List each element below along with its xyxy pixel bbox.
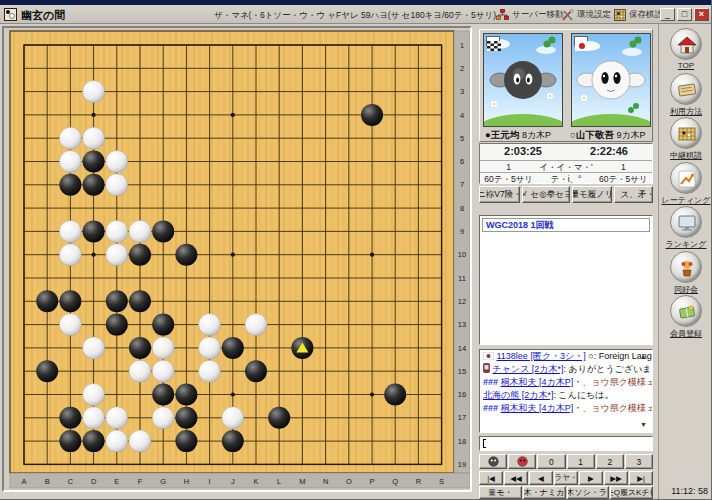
chat-user-link[interactable]: 1138lee [匿ク・3シ・] <box>497 351 586 361</box>
stone-E12 <box>106 290 128 312</box>
action-button-3[interactable]: 量モ履ノリ <box>572 186 612 203</box>
window-buttons: _ □ × <box>660 8 709 21</box>
bottom-button-3[interactable]: イ木ソシ・ラ ノ <box>567 486 610 499</box>
action-button-4[interactable]: 、ス、矛・ <box>614 186 653 203</box>
svg-text:12: 12 <box>458 297 466 306</box>
sidebar-item-ranking[interactable]: ランキング <box>659 206 712 250</box>
stone-C10 <box>59 244 81 266</box>
sidebar-item-rating[interactable]: レーティング <box>659 162 712 206</box>
kifu-board-icon <box>614 9 626 21</box>
stone-Q16 <box>384 384 406 406</box>
stone-D6 <box>83 151 105 173</box>
stamp-number-3[interactable]: 3 <box>625 454 653 469</box>
bottom-button-1[interactable]: 量モ・ <box>479 486 522 499</box>
chat-line: ### 桐木和夫 [4カ木P]・、ョウ県ク模様ェや0カ、! <box>480 376 652 389</box>
text-caret <box>483 439 484 448</box>
stone-C13 <box>59 314 81 336</box>
svg-text:18: 18 <box>458 437 466 446</box>
settings-label: 環境設定 <box>577 9 611 21</box>
app-title: 幽玄の間 <box>21 8 65 23</box>
sidebar-item-usage[interactable]: 利用方法 <box>659 73 712 117</box>
maximize-button[interactable]: □ <box>677 8 692 21</box>
minimize-button[interactable]: _ <box>660 8 675 21</box>
korea-flag-icon <box>483 352 494 360</box>
sidebar-item-relay-kifu[interactable]: 中継棋譜 <box>659 117 712 161</box>
svg-text:N: N <box>323 477 328 486</box>
black-clock: 2:03:25 <box>480 145 566 157</box>
stamp-number-1[interactable]: 1 <box>567 454 595 469</box>
bottom-button-2[interactable]: ヨ木・ナミカマ <box>523 486 566 499</box>
stamp-number-2[interactable]: 2 <box>596 454 624 469</box>
titlebar: 幽玄の間 ザ・マネ(・6トソー・ウ・ウ ャFヤレ 59ハヨ(サ セ180キヨ/6… <box>0 5 712 24</box>
stamp-face-dark[interactable] <box>479 454 507 469</box>
vcr-to-end[interactable]: ▶| <box>629 471 653 485</box>
home-icon <box>670 28 702 60</box>
svg-text:5: 5 <box>460 134 464 143</box>
stamp-number-0[interactable]: 0 <box>537 454 565 469</box>
club-icon <box>670 251 702 283</box>
stone-D5 <box>83 127 105 149</box>
stone-G16 <box>152 384 174 406</box>
chat-input[interactable] <box>479 436 653 451</box>
stone-C18 <box>59 430 81 452</box>
chat-scroll-down-icon[interactable]: ▼ <box>638 420 649 430</box>
action-button-1[interactable]: ニ祢V7険・ <box>479 186 520 203</box>
stone-D17 <box>83 407 105 429</box>
game-info-box: WGC2018 1回戦 <box>479 215 653 345</box>
svg-text:H: H <box>184 477 189 486</box>
vcr-back[interactable]: ◀ <box>529 471 553 485</box>
vcr-forward[interactable]: ▶ <box>579 471 603 485</box>
vcr-live[interactable]: ラヤ・ <box>554 471 578 485</box>
chat-user-link[interactable]: チャンス [2カ木*] <box>493 364 564 374</box>
white-player-name: ○山下敬吾 9カ木P <box>570 129 646 142</box>
stone-G14 <box>152 337 174 359</box>
sidebar-item-register[interactable]: 会員登録 <box>659 295 712 339</box>
settings-button[interactable]: 環境設定 <box>562 7 611 22</box>
app-window: 幽玄の間 ザ・マネ(・6トソー・ウ・ウ ャFヤレ 59ハヨ(サ セ180キヨ/6… <box>0 0 712 500</box>
vcr-fast-back[interactable]: ◀◀ <box>504 471 528 485</box>
action-button-2[interactable]: メ セ◎拳セヨ <box>522 186 570 203</box>
sidebar-item-club[interactable]: 同好会 <box>659 251 712 295</box>
server-move-label: サーバー移動 <box>512 9 563 21</box>
chat-message: 、ョウ県ク模様ェや0カ、! <box>582 403 653 413</box>
chat-user-link[interactable]: 北海の熊 [2カ木*] <box>483 390 553 400</box>
svg-text:K: K <box>253 477 258 486</box>
stone-F12 <box>129 290 151 312</box>
svg-text:9: 9 <box>460 227 464 236</box>
playback-controls: |◀◀◀◀ラヤ・▶▶▶▶| <box>479 471 653 485</box>
server-move-button[interactable]: サーバー移動 <box>496 7 563 22</box>
game-info-title: WGC2018 1回戦 <box>482 218 650 232</box>
svg-text:P: P <box>369 477 374 486</box>
register-icon <box>670 295 702 327</box>
stone-L17 <box>268 407 290 429</box>
chat-line: ### 桐木和夫 [4カ木P]・、ョウ県ク模様ェや0カ、! <box>480 402 652 415</box>
sidebar-item-label: ランキング <box>659 239 712 250</box>
chat-scroll-up-icon[interactable]: ▲ <box>638 352 649 362</box>
go-board: ABCDEFGHIJKLMNOPQRS123456789101112131415… <box>4 28 470 490</box>
chat-user-link[interactable]: 桐木和夫 [4カ木P] <box>501 403 574 413</box>
save-kifu-button[interactable]: 保存棋譜 <box>614 7 663 22</box>
stamp-face-red[interactable] <box>508 454 536 469</box>
close-button[interactable]: × <box>694 8 709 21</box>
stone-C12 <box>59 290 81 312</box>
stone-J18 <box>222 430 244 452</box>
svg-text:1: 1 <box>460 41 464 50</box>
vcr-fast-forward[interactable]: ▶▶ <box>604 471 628 485</box>
svg-text:19: 19 <box>458 460 466 469</box>
chat-user-link[interactable]: 桐木和夫 [4カ木P] <box>501 377 574 387</box>
svg-text:E: E <box>114 477 119 486</box>
stone-F14 <box>129 337 151 359</box>
stone-F9 <box>129 220 151 242</box>
face-dark-icon <box>488 456 499 467</box>
black-player-avatar <box>483 33 563 127</box>
side-strip: TOP利用方法中継棋譜レーティングランキング同好会会員登録 11:12: 58 <box>658 24 712 500</box>
chat-separator: ・ <box>573 377 582 387</box>
stone-F15 <box>129 360 151 382</box>
stone-H16 <box>175 384 197 406</box>
vcr-to-start[interactable]: |◀ <box>479 471 503 485</box>
bottom-button-4[interactable]: モQ履スKチヒ <box>610 486 653 499</box>
svg-text:13: 13 <box>458 320 466 329</box>
stone-C7 <box>59 174 81 196</box>
stone-C5 <box>59 127 81 149</box>
sidebar-item-top[interactable]: TOP <box>659 28 712 72</box>
